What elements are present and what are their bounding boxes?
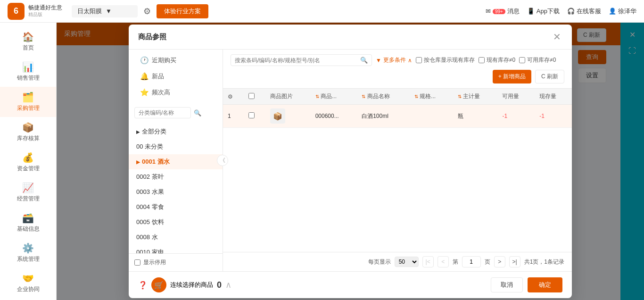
sidebar-item-home[interactable]: 🏠 首页 (0, 26, 56, 57)
th-checkbox[interactable] (244, 89, 265, 105)
main-area: 采购管理 查询 设置 C 刷新 ✕ ⛶ 商品参照 ✕ (57, 23, 644, 300)
basic-info-icon: 🗃️ (22, 212, 34, 224)
available-stock-checkbox[interactable] (519, 57, 525, 63)
sidebar-item-purchase[interactable]: 🗂️ 采购管理 (0, 87, 56, 117)
messages-button[interactable]: ✉ 99+ 消息 (486, 7, 520, 16)
refresh-button[interactable]: C 刷新 (535, 70, 564, 83)
th-unit[interactable]: ⇅ 主计量 (453, 89, 498, 105)
row-available-cell: -1 (497, 105, 535, 128)
category-search-icon[interactable]: 🔍 (194, 109, 201, 117)
category-label-0004: 0004 零食 (136, 203, 164, 211)
th-name[interactable]: ⇅ 商品名称 (357, 89, 410, 105)
sidebar-item-finance[interactable]: 💰 资金管理 (0, 147, 56, 177)
sidebar-item-sales[interactable]: 📊 销售管理 (0, 57, 56, 87)
settings-icon[interactable]: ⚙ (143, 6, 151, 17)
online-service-button[interactable]: 🎧 在线客服 (567, 7, 601, 16)
modal-close-button[interactable]: ✕ (551, 31, 562, 42)
system-icon: ⚙️ (22, 242, 34, 254)
category-label-00: 00 未分类 (136, 142, 163, 151)
row-checkbox[interactable] (248, 112, 255, 118)
quick-label-new: 新品 (152, 72, 164, 81)
modal-header: 商品参照 ✕ (129, 25, 572, 50)
cart-icon[interactable]: 🛒 (151, 277, 166, 292)
clock-icon: 🕐 (140, 56, 149, 65)
sidebar-item-guide[interactable]: 🌟 新手引导 (0, 298, 56, 300)
sales-icon: 📊 (22, 61, 34, 73)
row-checkbox-cell[interactable] (244, 105, 265, 128)
finance-icon: 💰 (22, 152, 34, 163)
available-stock-label: 可用库存≠0 (527, 56, 556, 64)
quick-item-recent[interactable]: 🕐 近期购买 (134, 53, 217, 67)
pagination-bar: 每页显示 50 100 |< < 第 页 > >| (223, 252, 572, 271)
category-beverage[interactable]: 0005 饮料 (129, 215, 223, 230)
category-uncategorized[interactable]: 00 未分类 (129, 139, 223, 154)
current-stock-filter[interactable]: 现有库存≠0 (479, 56, 515, 64)
category-tea[interactable]: 0002 茶叶 (129, 169, 223, 184)
product-table: ⚙ 商品图片 ⇅ 商品... (223, 89, 572, 128)
app-download-button[interactable]: 📱 App下载 (527, 7, 560, 16)
category-search-input[interactable] (134, 107, 191, 118)
product-search-input[interactable] (235, 57, 357, 64)
collapse-cart-icon[interactable]: ∧ (225, 280, 231, 290)
show-disabled-section: 显示停用 (129, 253, 223, 271)
sidebar-item-business[interactable]: 📈 经营管理 (0, 177, 56, 208)
page-number-input[interactable] (462, 256, 481, 267)
home-icon: 🏠 (22, 31, 34, 42)
help-icon[interactable]: ❓ (138, 281, 148, 290)
logo-sub: 精品版 (28, 11, 62, 18)
experience-button[interactable]: 体验行业方案 (157, 4, 208, 18)
headset-icon: 🎧 (567, 8, 575, 15)
sidebar-item-system[interactable]: ⚙️ 系统管理 (0, 238, 56, 268)
confirm-button[interactable]: 确定 (528, 277, 562, 292)
select-all-checkbox[interactable] (248, 93, 255, 99)
sidebar-item-inventory[interactable]: 📦 库存核算 (0, 117, 56, 147)
arrow-icon-liquor: ▶ (136, 159, 140, 165)
current-stock-checkbox[interactable] (479, 57, 485, 63)
store-selector[interactable]: 日太阳膜 ▼ (72, 5, 138, 17)
prev-page-button[interactable]: < (438, 256, 449, 267)
collapse-panel-button[interactable]: 《 (217, 155, 228, 166)
more-filter-button[interactable]: ▼ 更多条件 ∧ (376, 56, 412, 64)
th-settings[interactable]: ⚙ (223, 89, 244, 105)
sidebar-item-basic-info[interactable]: 🗃️ 基础信息 (0, 208, 56, 238)
row-name-cell: 白酒100ml (357, 105, 410, 128)
warehouse-stock-checkbox[interactable] (416, 57, 422, 63)
current-stock-label: 现有库存≠0 (487, 56, 515, 64)
quick-label-recent: 近期购买 (152, 56, 176, 65)
warehouse-stock-filter[interactable]: 按仓库显示现有库存 (416, 56, 475, 64)
th-spec[interactable]: ⇅ 规格... (410, 89, 453, 105)
page-size-select[interactable]: 50 100 (395, 257, 419, 267)
th-code[interactable]: ⇅ 商品... (311, 89, 357, 105)
sidebar-item-enterprise[interactable]: 🤝 企业协同 (0, 268, 56, 298)
last-page-button[interactable]: >| (509, 256, 520, 267)
search-icon[interactable]: 🔍 (360, 57, 368, 64)
row-stock-cell: -1 (535, 105, 572, 128)
business-icon: 📈 (22, 182, 34, 193)
first-page-button[interactable]: |< (422, 256, 434, 267)
user-avatar[interactable]: 👤 徐泽华 (609, 7, 636, 16)
category-appliance[interactable]: 0010 家电 (129, 245, 223, 253)
category-snack[interactable]: 0004 零食 (129, 200, 223, 215)
quick-item-new[interactable]: 🔔 新品 (134, 69, 217, 83)
table-row[interactable]: 1 📦 000600... 白酒100ml 瓶 (223, 105, 572, 128)
right-panel: 🔍 ▼ 更多条件 ∧ 按仓库显示现有库存 (223, 50, 572, 271)
add-product-button[interactable]: + 新增商品 (493, 70, 531, 83)
category-water[interactable]: 0008 水 (129, 230, 223, 245)
show-disabled-checkbox[interactable] (134, 259, 140, 266)
dropdown-arrow-icon: ▼ (106, 8, 112, 15)
quick-item-frequent[interactable]: ⭐ 频次高 (134, 85, 217, 100)
category-label-0010: 0010 家电 (136, 248, 164, 253)
product-table-container: ⚙ 商品图片 ⇅ 商品... (223, 89, 572, 252)
row-code-cell: 000600... (311, 105, 357, 128)
modal-footer: ❓ 🛒 连续选择的商品 0 ∧ 取消 确定 (129, 271, 572, 298)
modal-body: 🕐 近期购买 🔔 新品 ⭐ 频次高 (129, 50, 572, 271)
category-all[interactable]: ▶ 全部分类 (129, 124, 223, 139)
available-stock-filter[interactable]: 可用库存≠0 (519, 56, 556, 64)
avatar-icon: 👤 (609, 8, 616, 15)
next-page-button[interactable]: > (494, 256, 505, 267)
category-fruit[interactable]: 0003 水果 (129, 184, 223, 200)
total-info: 共1页，1条记录 (524, 258, 564, 266)
category-liquor[interactable]: ▶ 0001 酒水 (129, 154, 223, 169)
cancel-button[interactable]: 取消 (491, 277, 523, 292)
footer-buttons: 取消 确定 (491, 277, 562, 292)
